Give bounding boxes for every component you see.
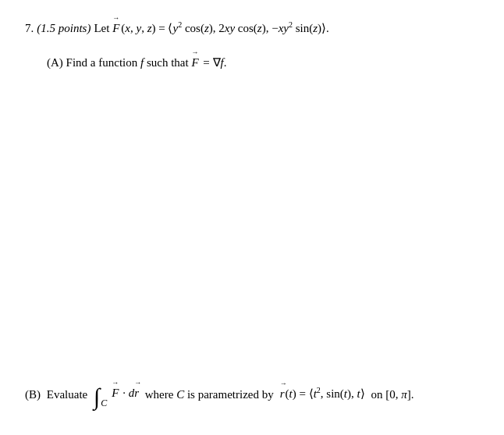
part-b-integrand: F · dr (112, 383, 139, 407)
parametrize-r: r (280, 384, 285, 408)
part-b-where: where C is parametrized by (142, 385, 274, 405)
integral-symbol: ∫ (94, 385, 100, 408)
part-a-vector-F: F (191, 53, 198, 77)
part-b: (B) Evaluate ∫C F · dr where C is parame… (25, 383, 479, 408)
integral-subscript: C (101, 395, 107, 411)
problem-points: (1.5 points) (37, 19, 91, 37)
integrand-dr: r (134, 383, 139, 407)
part-b-label: (B) (25, 385, 41, 405)
page: 7. (1.5 points) Let F(x, y, z) = ⟨y2 cos… (0, 0, 504, 435)
integral-expression: ∫C (94, 385, 107, 405)
part-a-text: Find a function f such that F = ∇f. (66, 56, 227, 69)
vector-F-symbol: F (112, 19, 119, 41)
part-b-text: Evaluate (44, 385, 91, 405)
part-a: (A) Find a function f such that F = ∇f. (47, 53, 479, 77)
problem-description: Let F(x, y, z) = ⟨y2 cos(z), 2xy cos(z),… (94, 19, 328, 41)
part-a-label: (A) (47, 56, 63, 69)
integral-sym-wrapper: ∫C (94, 385, 107, 405)
part-b-parametrize: r(t) = ⟨t2, sin(t), t⟩ (280, 383, 365, 408)
integrand-vector-F: F (112, 383, 119, 407)
part-b-on: on [0, π]. (368, 385, 414, 405)
problem-number: 7. (25, 19, 34, 37)
problem-header: 7. (1.5 points) Let F(x, y, z) = ⟨y2 cos… (25, 19, 479, 41)
